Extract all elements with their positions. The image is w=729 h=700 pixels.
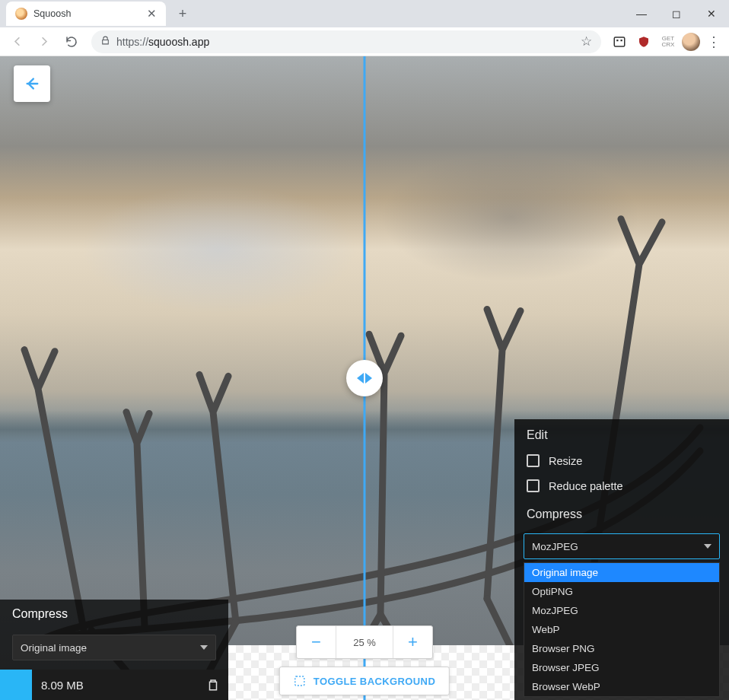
browser-toolbar: https://squoosh.app ☆ GETCRX ⋮ (0, 27, 729, 56)
svg-rect-0 (614, 37, 625, 46)
right-panel: Edit Resize Reduce palette Compress MozJ… (514, 419, 729, 700)
arrow-left-icon (24, 75, 40, 92)
codec-option[interactable]: Browser WebP (524, 677, 719, 696)
chevron-down-icon (200, 645, 208, 650)
chevron-right-icon (365, 373, 372, 383)
left-status-bar: 8.09 MB (0, 670, 228, 700)
zoom-in-button[interactable]: + (393, 626, 432, 658)
codec-option[interactable]: WebP (524, 620, 719, 639)
nav-back-button[interactable] (5, 30, 29, 54)
window-close-button[interactable]: ✕ (694, 2, 729, 26)
left-codec-select[interactable]: Original image (12, 635, 216, 660)
nav-forward-button[interactable] (32, 30, 56, 54)
back-button[interactable] (14, 65, 50, 102)
new-tab-button[interactable]: + (172, 3, 193, 24)
chevron-left-icon (357, 373, 364, 383)
app-viewport: Compress Original image 8.09 MB Edit (0, 56, 729, 700)
chevron-down-icon (704, 544, 711, 549)
zoom-out-button[interactable]: − (297, 626, 336, 658)
tab-title: Squoosh (33, 8, 71, 19)
extension-icon[interactable] (609, 31, 630, 52)
zoom-control: − 25 % + (296, 625, 433, 659)
reduce-palette-checkbox-row[interactable]: Reduce palette (514, 473, 729, 498)
window-controls: — ◻ ✕ (624, 2, 729, 26)
lock-icon (100, 36, 110, 48)
left-compress-header: Compress (0, 600, 228, 628)
resize-label: Resize (549, 455, 582, 467)
zoom-value: 25 % (336, 626, 393, 658)
reload-icon (65, 35, 78, 49)
copy-button[interactable] (198, 670, 228, 700)
right-codec-value: MozJPEG (532, 541, 578, 552)
browser-tab[interactable]: Squoosh ✕ (6, 2, 166, 26)
tab-close-icon[interactable]: ✕ (147, 7, 157, 21)
codec-dropdown: Original imageOptiPNGMozJPEGWebPBrowser … (524, 562, 720, 697)
clipboard-icon (206, 678, 220, 692)
browser-tabbar: Squoosh ✕ + — ◻ ✕ (0, 0, 729, 27)
svg-rect-3 (295, 676, 304, 686)
window-minimize-button[interactable]: — (624, 2, 659, 26)
codec-option[interactable]: Original image (524, 563, 719, 582)
right-compress-header: Compress (514, 498, 729, 527)
background-icon (294, 675, 306, 687)
codec-option[interactable]: OptiPNG (524, 582, 719, 601)
bookmark-star-icon[interactable]: ☆ (581, 33, 592, 49)
codec-option[interactable]: MozJPEG (524, 601, 719, 620)
checkbox-icon (527, 479, 540, 492)
download-button[interactable] (0, 670, 32, 700)
arrow-right-icon (37, 34, 52, 49)
reduce-palette-label: Reduce palette (549, 480, 623, 492)
left-panel: Compress Original image 8.09 MB (0, 600, 228, 700)
comparison-handle[interactable] (346, 360, 383, 396)
window-maximize-button[interactable]: ◻ (659, 2, 694, 26)
filesize-label: 8.09 MB (32, 670, 198, 700)
toggle-background-label: TOGGLE BACKGROUND (314, 676, 435, 687)
checkbox-icon (527, 454, 540, 467)
nav-reload-button[interactable] (59, 30, 84, 54)
edit-header: Edit (514, 419, 729, 448)
codec-option[interactable]: Browser JPEG (524, 658, 719, 677)
extension-text-icon[interactable]: GETCRX (657, 31, 679, 52)
extension-shield-icon[interactable] (633, 31, 654, 52)
arrow-left-icon (10, 34, 24, 49)
url-text: https://squoosh.app (116, 36, 209, 48)
address-bar[interactable]: https://squoosh.app ☆ (91, 30, 601, 53)
svg-rect-2 (621, 40, 622, 41)
codec-option[interactable]: Browser PNG (524, 639, 719, 658)
right-codec-select[interactable]: MozJPEG (524, 533, 720, 559)
svg-rect-1 (616, 40, 618, 41)
left-codec-value: Original image (21, 642, 87, 654)
profile-avatar[interactable] (682, 33, 700, 51)
browser-menu-button[interactable]: ⋮ (703, 33, 724, 50)
toggle-background-button[interactable]: TOGGLE BACKGROUND (279, 667, 450, 695)
resize-checkbox-row[interactable]: Resize (514, 448, 729, 473)
download-icon (8, 677, 24, 692)
favicon-icon (15, 8, 27, 20)
